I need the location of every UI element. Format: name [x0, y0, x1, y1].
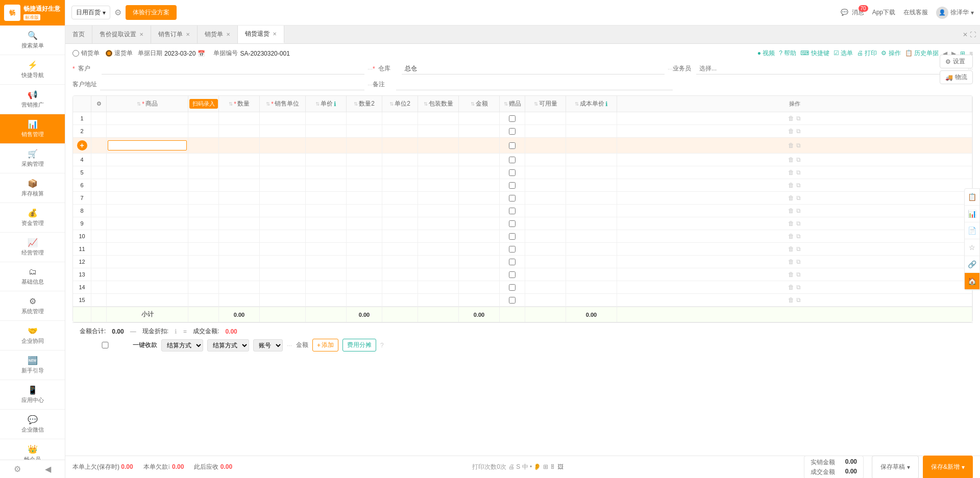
sidebar-item-app[interactable]: 📱 应用中心: [0, 380, 65, 410]
delete-row-icon[interactable]: 🗑: [788, 142, 794, 149]
delete-row-icon[interactable]: 🗑: [788, 182, 794, 189]
message-badge[interactable]: 💬 70 消息: [841, 8, 864, 17]
tab-price-settings[interactable]: 售价提取设置 ✕: [92, 26, 151, 43]
close-all-icon[interactable]: ✕: [963, 31, 968, 38]
close-tab-sales-order[interactable]: ✕: [186, 32, 190, 37]
sidebar-item-wechat[interactable]: 💬 企业微信: [0, 410, 65, 439]
side-link-icon[interactable]: 🔗: [965, 256, 979, 273]
sidebar-item-sales[interactable]: 📊 销售管理: [0, 114, 65, 144]
delete-row-icon[interactable]: 🗑: [788, 207, 794, 214]
tab-returns[interactable]: 销货退货 ✕: [238, 26, 284, 43]
side-star-icon[interactable]: ☆: [965, 239, 979, 256]
save-draft-button[interactable]: 保存草稿 ▾: [872, 456, 919, 479]
gift-checkbox[interactable]: [509, 169, 516, 176]
copy-row-icon[interactable]: ⧉: [796, 156, 801, 163]
gift-checkbox[interactable]: [509, 128, 516, 135]
side-home-icon[interactable]: 🏠: [965, 273, 979, 290]
address-picker[interactable]: ···: [368, 81, 373, 88]
save-new-button[interactable]: 保存&新增 ▾: [923, 456, 973, 479]
gift-checkbox[interactable]: [509, 259, 516, 265]
gift-checkbox[interactable]: [509, 246, 516, 253]
settings-button[interactable]: ⚙ 设置: [940, 55, 973, 68]
delete-row-icon[interactable]: 🗑: [788, 169, 794, 176]
side-chart-icon[interactable]: 📊: [965, 206, 979, 222]
delete-row-icon[interactable]: 🗑: [788, 115, 794, 122]
address-input[interactable]: [100, 79, 364, 90]
gift-checkbox[interactable]: [509, 195, 516, 202]
copy-row-icon[interactable]: ⧉: [796, 142, 801, 149]
th-gear[interactable]: ⚙: [91, 96, 107, 112]
side-clipboard-icon[interactable]: 📋: [965, 189, 979, 206]
expand-icon[interactable]: ⛶: [970, 31, 976, 38]
gift-checkbox[interactable]: [509, 115, 516, 122]
side-doc-icon[interactable]: 📄: [965, 222, 979, 239]
split-button[interactable]: 费用分摊: [342, 339, 376, 351]
copy-row-icon[interactable]: ⧉: [796, 284, 801, 291]
copy-row-icon[interactable]: ⧉: [796, 169, 801, 176]
help-link[interactable]: ? 帮助: [779, 49, 796, 58]
delete-row-icon[interactable]: 🗑: [788, 296, 794, 304]
tab-sales-order[interactable]: 销售订单 ✕: [151, 26, 198, 43]
customer-picker[interactable]: ···: [368, 65, 373, 72]
gift-checkbox[interactable]: [509, 157, 516, 163]
warehouse-input[interactable]: [402, 63, 665, 74]
topbar-gear-icon[interactable]: ⚙: [114, 8, 121, 17]
sidebar-item-finance[interactable]: 💰 资金管理: [0, 203, 65, 233]
trial-button[interactable]: 体验行业方案: [126, 5, 177, 20]
history-link[interactable]: 📋 历史单据: [905, 49, 939, 58]
info-icon-footer[interactable]: ℹ: [168, 463, 170, 470]
delete-row-icon[interactable]: 🗑: [788, 233, 794, 240]
notes-input[interactable]: [396, 79, 673, 90]
sidebar-item-search[interactable]: 🔍 搜索菜单: [0, 26, 65, 55]
salesperson-input[interactable]: [696, 63, 965, 74]
gift-checkbox[interactable]: [509, 182, 516, 189]
sidebar-item-enterprise[interactable]: 🤝 企业协同: [0, 321, 65, 350]
industry-selector[interactable]: 日用百货 ▾: [71, 6, 110, 19]
delete-row-icon[interactable]: 🗑: [788, 194, 794, 202]
gift-checkbox[interactable]: [509, 220, 516, 227]
sidebar-item-shortcuts[interactable]: ⚡ 快捷导航: [0, 55, 65, 85]
copy-row-icon[interactable]: ⧉: [796, 271, 801, 278]
copy-row-icon[interactable]: ⧉: [796, 194, 801, 202]
scan-button[interactable]: 扫码录入: [189, 99, 218, 109]
split-info-icon[interactable]: ?: [380, 342, 384, 349]
cost-info-icon[interactable]: ℹ: [605, 100, 608, 108]
gift-checkbox[interactable]: [509, 208, 516, 214]
copy-row-icon[interactable]: ⧉: [796, 182, 801, 189]
copy-row-icon[interactable]: ⧉: [796, 233, 801, 240]
radio-sales[interactable]: 销货单: [72, 49, 100, 58]
settings-icon[interactable]: ⚙: [14, 464, 21, 474]
delete-row-icon[interactable]: 🗑: [788, 284, 794, 291]
calc-select[interactable]: 结算方式: [207, 339, 249, 351]
copy-row-icon[interactable]: ⧉: [796, 220, 801, 227]
gift-checkbox[interactable]: [509, 271, 516, 278]
gift-checkbox[interactable]: [509, 142, 516, 149]
online-service-link[interactable]: 在线客服: [903, 8, 928, 17]
radio-return[interactable]: 退货单: [106, 49, 133, 58]
sidebar-item-inventory[interactable]: 📦 库存核算: [0, 173, 65, 203]
delete-row-icon[interactable]: 🗑: [788, 271, 794, 278]
warehouse-picker[interactable]: ···: [668, 65, 673, 72]
product-input[interactable]: [108, 140, 187, 150]
delete-row-icon[interactable]: 🗑: [788, 128, 794, 135]
sidebar-item-member[interactable]: 👑 畅会员: [0, 439, 65, 460]
delete-row-icon[interactable]: 🗑: [788, 156, 794, 163]
sidebar-item-operations[interactable]: 📈 经营管理: [0, 233, 65, 262]
select-link[interactable]: ☑ 选单: [834, 49, 853, 58]
sidebar-item-basic[interactable]: 🗂 基础信息: [0, 262, 65, 291]
gift-checkbox[interactable]: [509, 233, 516, 240]
customer-input[interactable]: [102, 63, 364, 74]
logistics-button[interactable]: 🚚 物流: [940, 70, 973, 84]
collapse-icon[interactable]: ◀: [45, 464, 51, 474]
copy-row-icon[interactable]: ⧉: [796, 115, 801, 122]
copy-row-icon[interactable]: ⧉: [796, 245, 801, 253]
tab-home[interactable]: 首页: [65, 26, 92, 43]
app-download-link[interactable]: App下载: [872, 8, 895, 17]
close-tab-returns[interactable]: ✕: [273, 31, 277, 37]
delete-row-icon[interactable]: 🗑: [788, 220, 794, 227]
gift-checkbox[interactable]: [509, 284, 516, 291]
settlement-select[interactable]: 结算方式: [161, 339, 203, 351]
copy-row-icon[interactable]: ⧉: [796, 258, 801, 265]
calendar-icon[interactable]: 📅: [198, 50, 205, 57]
sidebar-item-purchase[interactable]: 🛒 采购管理: [0, 144, 65, 173]
